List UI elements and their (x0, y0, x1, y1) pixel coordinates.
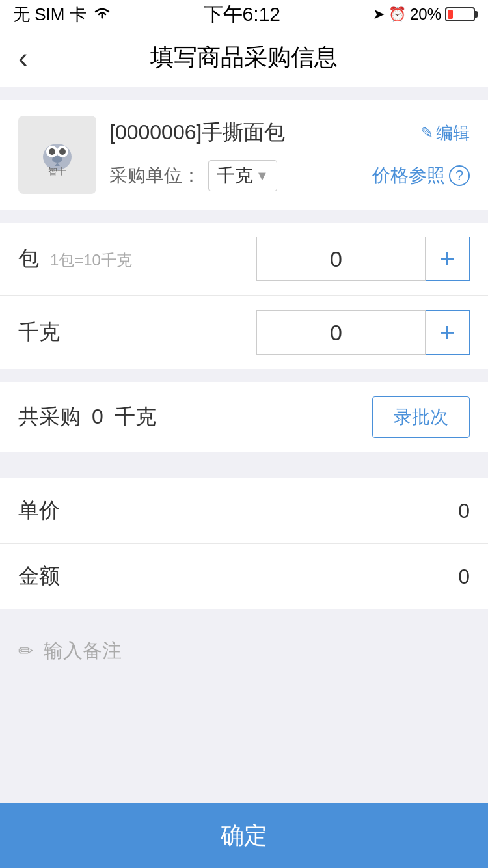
nav-bar: ‹ 填写商品采购信息 (0, 29, 488, 87)
bao-input-right: + (256, 237, 470, 281)
carrier-text: 无 SIM 卡 (13, 3, 87, 26)
kg-input-right: + (256, 310, 470, 355)
product-info: [0000006]手撕面包 ✎ 编辑 采购单位： 千克 ▼ 价格参照 ? (109, 118, 470, 191)
section-separator-2 (0, 452, 488, 465)
bao-label: 包 (18, 247, 39, 270)
bao-sub-label: 1包=10千克 (50, 251, 132, 269)
unit-price-row: 单价 0 (0, 478, 488, 544)
alarm-icon: ⏰ (388, 6, 406, 23)
svg-point-3 (49, 148, 55, 155)
svg-text:智十: 智十 (48, 166, 66, 176)
unit-value: 千克 (217, 163, 253, 188)
remark-placeholder: 输入备注 (44, 638, 122, 664)
summary-prefix: 共采购 (18, 405, 81, 428)
wifi-icon (93, 5, 111, 25)
unit-price-value: 0 (458, 499, 470, 523)
bao-input[interactable] (256, 237, 426, 281)
chevron-down-icon: ▼ (256, 169, 269, 183)
amount-label: 金额 (18, 562, 60, 591)
unit-select[interactable]: 千克 ▼ (208, 160, 277, 191)
pencil-icon: ✏ (18, 640, 33, 662)
kg-label: 千克 (18, 320, 60, 344)
input-section: 包 1包=10千克 + 千克 + (0, 223, 488, 369)
svg-point-5 (52, 156, 62, 163)
amount-value: 0 (458, 565, 470, 589)
product-name: [0000006]手撕面包 (109, 118, 285, 147)
product-card: 智十 [0000006]手撕面包 ✎ 编辑 采购单位： 千克 ▼ 价格参照 (0, 100, 488, 210)
status-bar: 无 SIM 卡 下午6:12 ➤ ⏰ 20% (0, 0, 488, 29)
kg-plus-button[interactable]: + (426, 310, 470, 355)
summary-row: 共采购 0 千克 录批次 (0, 382, 488, 452)
amount-row: 金额 0 (0, 544, 488, 609)
bao-input-row: 包 1包=10千克 + (0, 223, 488, 296)
kg-label-group: 千克 (18, 318, 60, 347)
summary-section: 共采购 0 千克 录批次 (0, 382, 488, 452)
product-thumbnail: 智十 (18, 116, 96, 194)
kg-input[interactable] (256, 310, 426, 355)
product-name-row: [0000006]手撕面包 ✎ 编辑 (109, 118, 470, 147)
bao-label-group: 包 1包=10千克 (18, 245, 132, 273)
price-ref-label: 价格参照 (372, 163, 445, 188)
confirm-button[interactable]: 确定 (0, 803, 488, 868)
remark-section[interactable]: ✏ 输入备注 (0, 622, 488, 680)
status-right: ➤ ⏰ 20% (373, 5, 475, 23)
product-logo: 智十 (31, 129, 83, 181)
battery-percent: 20% (410, 5, 441, 23)
edit-icon: ✎ (420, 124, 433, 142)
purchase-unit-label: 采购单位： (109, 163, 200, 188)
edit-label: 编辑 (436, 122, 470, 144)
status-time: 下午6:12 (204, 1, 280, 28)
summary-unit: 千克 (115, 405, 156, 428)
purchase-unit-row: 采购单位： 千克 ▼ 价格参照 ? (109, 160, 470, 191)
bao-plus-button[interactable]: + (426, 237, 470, 281)
kg-input-row: 千克 + (0, 296, 488, 369)
summary-amount: 0 (92, 405, 103, 428)
summary-text-group: 共采购 0 千克 (18, 403, 156, 431)
back-button[interactable]: ‹ (18, 42, 28, 74)
page-title: 填写商品采购信息 (150, 42, 338, 74)
battery-icon (445, 7, 475, 21)
batch-button[interactable]: 录批次 (372, 396, 470, 438)
edit-link[interactable]: ✎ 编辑 (420, 122, 470, 144)
svg-point-4 (59, 148, 66, 155)
help-icon: ? (449, 165, 470, 186)
battery-fill (448, 10, 453, 19)
location-icon: ➤ (373, 6, 385, 23)
status-left: 无 SIM 卡 (13, 3, 111, 26)
price-ref-link[interactable]: 价格参照 ? (372, 163, 470, 188)
unit-price-label: 单价 (18, 496, 60, 525)
info-section: 单价 0 金额 0 (0, 478, 488, 609)
section-separator-1 (0, 210, 488, 223)
